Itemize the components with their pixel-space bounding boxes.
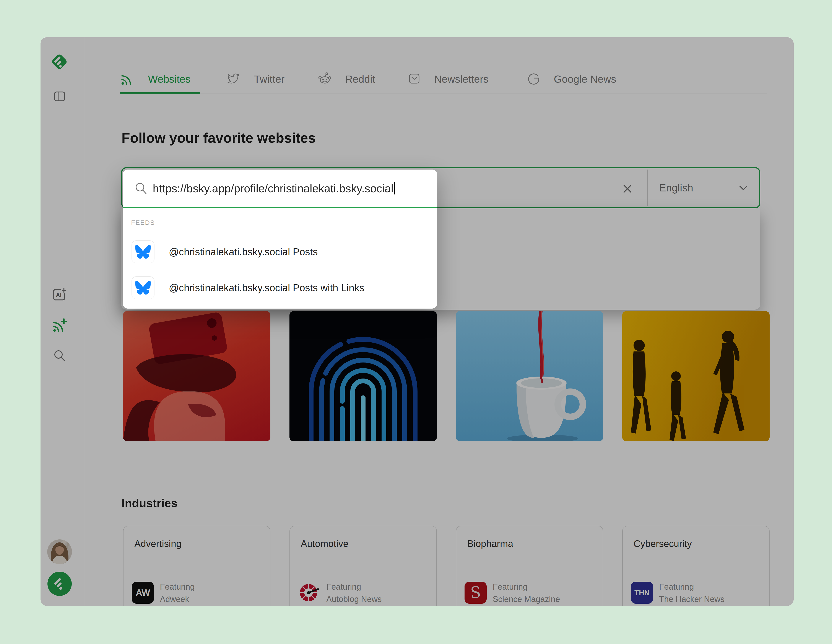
bluesky-butterfly-icon <box>131 276 155 299</box>
search-icon <box>134 181 147 195</box>
feed-suggestion-row[interactable]: @christinalekati.bsky.social Posts with … <box>131 276 364 299</box>
dim-overlay <box>40 37 794 606</box>
search-input-highlight[interactable]: https://bsky.app/profile/christinalekati… <box>123 169 437 207</box>
page-background: AI <box>0 0 832 644</box>
app-window: AI <box>40 37 794 606</box>
search-spotlight: https://bsky.app/profile/christinalekati… <box>123 169 437 308</box>
text-caret <box>394 182 395 195</box>
input-bottom-border <box>123 207 437 208</box>
feed-suggestion-title: @christinalekati.bsky.social Posts <box>169 246 318 258</box>
bluesky-butterfly-icon <box>131 240 155 263</box>
feeds-section-label: FEEDS <box>131 219 155 226</box>
feed-suggestion-row[interactable]: @christinalekati.bsky.social Posts <box>131 240 318 263</box>
search-query-text[interactable]: https://bsky.app/profile/christinalekati… <box>153 169 395 207</box>
feed-suggestion-title: @christinalekati.bsky.social Posts with … <box>169 282 364 294</box>
